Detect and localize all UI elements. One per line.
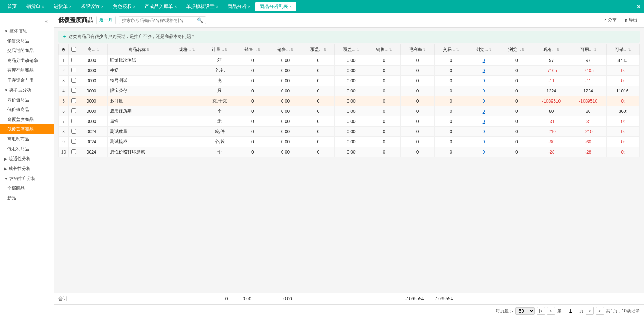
row-gross: 0 bbox=[400, 86, 434, 96]
row-browse1[interactable]: 0 bbox=[467, 96, 500, 106]
nav-product-analysis[interactable]: 商品分析 × bbox=[223, 2, 255, 11]
table-row: 9 0024... 测试提成 个,袋 0 0.00 0 0.00 0 0 0 0… bbox=[59, 137, 640, 147]
nav-product-stock[interactable]: 产成品入库单 × bbox=[140, 2, 181, 11]
col-trans[interactable]: 交易...⇅ bbox=[435, 44, 467, 55]
col-checkbox[interactable] bbox=[69, 44, 79, 55]
col-settings[interactable]: ⚙ bbox=[59, 44, 69, 55]
nav-close-template[interactable]: × bbox=[216, 5, 218, 9]
row-browse1[interactable]: 0 bbox=[467, 147, 500, 157]
nav-sales[interactable]: 销货单 × bbox=[22, 2, 48, 11]
col-stock[interactable]: 现有...⇅ bbox=[533, 44, 570, 55]
col-gross[interactable]: 毛利率⇅ bbox=[400, 44, 434, 55]
sidebar-item-high-profit[interactable]: 高毛利商品 bbox=[0, 134, 54, 144]
nav-purchase[interactable]: 进货单 × bbox=[49, 2, 76, 11]
nav-close-product-stock[interactable]: × bbox=[174, 5, 177, 9]
col-browse1[interactable]: 浏览...⇅ bbox=[467, 44, 500, 55]
table-row: 5 0000... 多计量 克,千克 0 0.00 0 0.00 0 0 0 0… bbox=[59, 96, 640, 106]
close-window-icon[interactable]: ✕ bbox=[636, 3, 641, 10]
nav-close-role[interactable]: × bbox=[133, 5, 136, 9]
page-nav-prev[interactable]: < bbox=[547, 307, 555, 315]
share-button[interactable]: ↗ 分享 bbox=[601, 16, 619, 24]
nav-home[interactable]: 首页 bbox=[3, 2, 21, 11]
sidebar-section-circulation[interactable]: ▶ 流通性分析 bbox=[0, 154, 54, 164]
row-browse1[interactable]: 0 bbox=[467, 86, 500, 96]
sidebar-section-overall[interactable]: ▼ 整体信息 bbox=[0, 26, 54, 36]
sidebar-section-growth[interactable]: ▶ 成长性分析 bbox=[0, 164, 54, 174]
col-saleable[interactable]: 可销...⇅ bbox=[606, 44, 639, 55]
col-code[interactable]: 商...⇅ bbox=[79, 44, 108, 55]
sidebar-collapse-icon[interactable]: « bbox=[42, 17, 51, 25]
sidebar-item-low-coverage[interactable]: 低覆盖度商品 bbox=[0, 124, 54, 134]
row-stock: 80 bbox=[533, 106, 570, 116]
row-cover2: 0.00 bbox=[335, 137, 368, 147]
row-checkbox[interactable] bbox=[69, 96, 79, 106]
row-browse1[interactable]: 0 bbox=[467, 127, 500, 137]
row-browse1[interactable]: 0 bbox=[467, 66, 500, 76]
sidebar-item-stocked-goods[interactable]: 有库存的商品 bbox=[0, 66, 54, 75]
page-nav-first[interactable]: |< bbox=[537, 307, 545, 315]
col-cover1[interactable]: 覆盖...⇅ bbox=[302, 44, 335, 55]
row-browse1[interactable]: 0 bbox=[467, 137, 500, 147]
row-checkbox[interactable] bbox=[69, 147, 79, 157]
row-sales3: 0 bbox=[368, 86, 400, 96]
nav-close-product-analysis[interactable]: × bbox=[248, 5, 250, 9]
export-button[interactable]: ⬆ 导出 bbox=[622, 16, 640, 24]
sidebar-item-all-goods[interactable]: 全部商品 bbox=[0, 183, 54, 193]
row-name: 测试数量 bbox=[107, 127, 170, 137]
col-sales3[interactable]: 销售...⇅ bbox=[368, 44, 400, 55]
row-checkbox[interactable] bbox=[69, 116, 79, 127]
per-page-label: 每页显示 bbox=[496, 308, 513, 314]
sidebar-item-low-profit[interactable]: 低毛利商品 bbox=[0, 144, 54, 154]
per-page-select[interactable]: 50 20 100 bbox=[515, 307, 535, 315]
sidebar-item-traded-goods[interactable]: 交易过的商品 bbox=[0, 46, 54, 56]
sidebar-section-cluster[interactable]: ▼ 类群度分析 bbox=[0, 85, 54, 95]
sidebar-item-stock-capital[interactable]: 库存资金占用 bbox=[0, 75, 54, 85]
row-checkbox[interactable] bbox=[69, 55, 79, 66]
col-avail[interactable]: 可用...⇅ bbox=[570, 44, 606, 55]
row-sales2: 0.00 bbox=[269, 127, 302, 137]
row-browse1[interactable]: 0 bbox=[467, 116, 500, 127]
page-input[interactable] bbox=[564, 308, 577, 314]
page-nav-next[interactable]: > bbox=[586, 307, 594, 315]
row-checkbox[interactable] bbox=[69, 66, 79, 76]
col-sales2[interactable]: 销售...⇅ bbox=[269, 44, 302, 55]
page-nav-last[interactable]: >| bbox=[596, 307, 604, 315]
sidebar-item-high-value[interactable]: 高价值商品 bbox=[0, 95, 54, 105]
row-browse1[interactable]: 0 bbox=[467, 76, 500, 86]
select-all-checkbox[interactable] bbox=[71, 47, 76, 52]
col-browse2[interactable]: 浏览...⇅ bbox=[500, 44, 533, 55]
nav-product-analysis-list[interactable]: 商品分析列表 × bbox=[255, 2, 296, 11]
search-input[interactable] bbox=[122, 18, 197, 23]
col-name[interactable]: 商品名称⇅ bbox=[107, 44, 170, 55]
row-checkbox[interactable] bbox=[69, 137, 79, 147]
row-gross: 0 bbox=[400, 147, 434, 157]
sidebar-item-sales-goods[interactable]: 销售类商品 bbox=[0, 36, 54, 46]
nav-close-permission[interactable]: × bbox=[101, 5, 103, 9]
row-checkbox[interactable] bbox=[69, 86, 79, 96]
nav-close-purchase[interactable]: × bbox=[69, 5, 71, 9]
sidebar-item-new-goods[interactable]: 新品 bbox=[0, 193, 54, 203]
nav-close-product-analysis-list[interactable]: × bbox=[290, 5, 292, 9]
nav-close-sales[interactable]: × bbox=[42, 5, 44, 9]
row-sales1: 0 bbox=[236, 147, 269, 157]
page-label: 第 bbox=[557, 308, 562, 314]
col-cover2[interactable]: 覆盖...⇅ bbox=[335, 44, 368, 55]
col-unit[interactable]: 计量...⇅ bbox=[203, 44, 236, 55]
nav-permission[interactable]: 权限设置 × bbox=[76, 2, 108, 11]
col-sales1[interactable]: 销售...⇅ bbox=[236, 44, 269, 55]
col-spec[interactable]: 规格...⇅ bbox=[170, 44, 203, 55]
row-browse1[interactable]: 0 bbox=[467, 106, 500, 116]
row-checkbox[interactable] bbox=[69, 76, 79, 86]
row-checkbox[interactable] bbox=[69, 106, 79, 116]
time-filter-button[interactable]: 近一月 bbox=[96, 16, 116, 24]
nav-role[interactable]: 角色授权 × bbox=[109, 2, 140, 11]
sidebar-item-low-value[interactable]: 低价值商品 bbox=[0, 105, 54, 115]
row-gross: 0 bbox=[400, 66, 434, 76]
sidebar-item-category-rate[interactable]: 商品分类动销率 bbox=[0, 56, 54, 66]
row-cover1: 0 bbox=[302, 127, 335, 137]
sidebar-section-marketing[interactable]: ▼ 营销推广分析 bbox=[0, 174, 54, 183]
nav-template[interactable]: 单据模板设置 × bbox=[182, 2, 223, 11]
sidebar-item-high-coverage[interactable]: 高覆盖度商品 bbox=[0, 115, 54, 124]
row-browse1[interactable]: 0 bbox=[467, 55, 500, 66]
row-checkbox[interactable] bbox=[69, 127, 79, 137]
